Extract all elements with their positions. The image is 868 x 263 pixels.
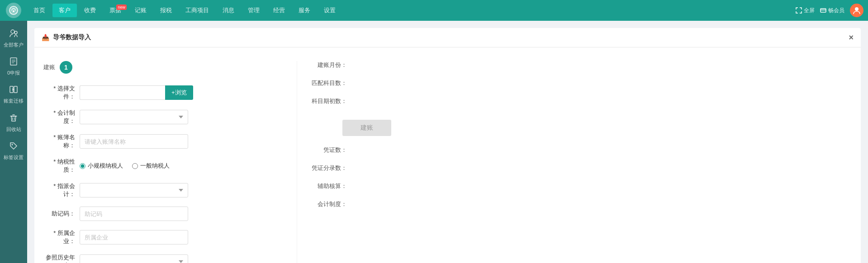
sidebar-item-zero-filing[interactable]: 0申报 <box>1 53 26 80</box>
ledger-name-control <box>80 134 188 149</box>
nav-item-tax[interactable]: 报税 <box>154 4 178 17</box>
tag-settings-icon <box>9 141 18 153</box>
match-subjects-label: 匹配科目数： <box>311 79 351 87</box>
new-badge: new <box>116 5 127 10</box>
step-circle: 1 <box>60 61 72 74</box>
svg-rect-7 <box>14 86 17 93</box>
period-initial-label: 科目期初数： <box>311 97 351 105</box>
panel-title: 导爷数据导入 <box>53 33 91 42</box>
nav-right: 全屏 畅会员 <box>796 4 863 17</box>
nav-item-fee[interactable]: 收费 <box>78 4 102 17</box>
panel-title-icon: 📥 <box>42 34 49 41</box>
browse-button[interactable]: +浏览 <box>165 85 193 100</box>
nav-items: 首页 客户 收费 票据 new 记账 报税 工商项目 消息 管理 经营 服务 设… <box>27 4 796 17</box>
logo-icon <box>6 3 21 18</box>
tax-type-label: * 纳税性质： <box>43 158 80 174</box>
file-select-row: * 选择文件： +浏览 <box>43 85 279 101</box>
ledger-name-row: * 账簿名称： <box>43 133 279 150</box>
memo-control <box>80 207 188 221</box>
zero-filing-icon <box>9 57 18 68</box>
sidebar-item-tag-settings[interactable]: 标签设置 <box>1 138 26 164</box>
build-account-button[interactable]: 建账 <box>342 120 391 136</box>
nav-item-customer[interactable]: 客户 <box>52 4 77 17</box>
sidebar-item-recycle-bin[interactable]: 回收站 <box>1 110 26 136</box>
match-subjects-row: 匹配科目数： <box>311 79 478 87</box>
company-row: * 所属企业： <box>43 229 279 245</box>
accountant-select[interactable] <box>80 183 188 197</box>
recycle-bin-icon <box>9 113 18 125</box>
company-control <box>80 230 188 244</box>
voucher-entries-label: 凭证分录数： <box>311 164 351 172</box>
all-customers-icon <box>9 29 18 40</box>
nav-item-bookkeeping[interactable]: 记账 <box>128 4 153 17</box>
sidebar-item-account-migration[interactable]: 账套迁移 <box>1 81 26 108</box>
voucher-count-row: 凭证数： <box>311 146 478 154</box>
tax-option-general-label: 一般纳税人 <box>140 162 170 170</box>
svg-rect-1 <box>821 9 826 12</box>
ledger-name-label: * 账簿名称： <box>43 133 80 150</box>
svg-point-2 <box>855 7 859 11</box>
tax-type-row: * 纳税性质： 小规模纳税人 一般纳税人 <box>43 158 279 174</box>
tax-radio-group: 小规模纳税人 一般纳税人 <box>80 162 188 170</box>
close-button[interactable]: × <box>849 33 854 42</box>
step-header: 建账 1 <box>43 61 279 74</box>
memo-row: 助记码： <box>43 207 279 221</box>
sidebar: 全部客户 0申报 账套迁移 <box>0 21 27 263</box>
history-year-select[interactable] <box>80 254 188 263</box>
file-input[interactable] <box>80 85 165 100</box>
accountant-row: * 指派会计： <box>43 182 279 198</box>
tax-option-small[interactable]: 小规模纳税人 <box>80 162 123 170</box>
sidebar-label-zero-filing: 0申报 <box>7 70 20 76</box>
nav-item-settings[interactable]: 设置 <box>318 4 342 17</box>
build-month-label: 建账月份： <box>311 61 351 69</box>
account-migration-icon <box>9 85 18 96</box>
voucher-entries-row: 凭证分录数： <box>311 164 478 172</box>
company-label: * 所属企业： <box>43 229 80 245</box>
memo-input[interactable] <box>80 207 188 221</box>
svg-point-3 <box>11 30 14 33</box>
accounting-system-info-row: 会计制度： <box>311 200 478 208</box>
history-year-row: 参照历史年度： <box>43 254 279 263</box>
panel: 📥 导爷数据导入 × 建账 1 * 选择文件： <box>34 28 861 263</box>
history-year-control <box>80 254 188 263</box>
nav-item-operation[interactable]: 经营 <box>267 4 291 17</box>
accounting-system-select[interactable] <box>80 110 188 124</box>
sidebar-label-recycle-bin: 回收站 <box>6 127 21 132</box>
nav-item-home[interactable]: 首页 <box>27 4 52 17</box>
content-area: 📥 导爷数据导入 × 建账 1 * 选择文件： <box>27 21 868 263</box>
panel-header: 📥 导爷数据导入 × <box>34 28 861 47</box>
history-year-label: 参照历史年度： <box>43 254 80 263</box>
info-section: 建账月份： 匹配科目数： 科目期初数： 建账 <box>297 61 478 263</box>
member-btn[interactable]: 畅会员 <box>820 7 844 14</box>
ledger-name-input[interactable] <box>80 134 188 149</box>
build-btn-row: 建账 <box>320 115 478 136</box>
accounting-system-control <box>80 110 188 124</box>
accounting-system-row: * 会计制度： <box>43 109 279 125</box>
sidebar-item-all-customers[interactable]: 全部客户 <box>1 25 26 52</box>
company-input[interactable] <box>80 230 188 244</box>
aux-accounting-row: 辅助核算： <box>311 182 478 190</box>
nav-item-business[interactable]: 工商项目 <box>179 4 215 17</box>
main-layout: 全部客户 0申报 账套迁移 <box>0 21 868 263</box>
user-avatar[interactable] <box>850 4 863 17</box>
file-label: * 选择文件： <box>43 85 80 101</box>
tax-type-control: 小规模纳税人 一般纳税人 <box>80 162 188 170</box>
voucher-count-label: 凭证数： <box>311 146 351 154</box>
nav-item-message[interactable]: 消息 <box>216 4 241 17</box>
nav-item-manage[interactable]: 管理 <box>242 4 266 17</box>
accounting-system-info-label: 会计制度： <box>311 200 351 208</box>
nav-item-service[interactable]: 服务 <box>292 4 317 17</box>
svg-point-4 <box>14 31 17 34</box>
sidebar-label-tag-settings: 标签设置 <box>4 155 24 160</box>
accountant-label: * 指派会计： <box>43 182 80 198</box>
accountant-control <box>80 183 188 197</box>
form-section: 建账 1 * 选择文件： +浏览 <box>43 61 297 263</box>
file-input-group: +浏览 <box>80 85 188 100</box>
panel-body: 建账 1 * 选择文件： +浏览 <box>34 47 861 263</box>
logo[interactable] <box>5 1 23 19</box>
nav-item-invoice[interactable]: 票据 new <box>103 4 128 17</box>
fullscreen-btn[interactable]: 全屏 <box>796 7 815 14</box>
svg-rect-6 <box>10 86 13 93</box>
svg-point-0 <box>13 10 14 12</box>
tax-option-general[interactable]: 一般纳税人 <box>132 162 170 170</box>
